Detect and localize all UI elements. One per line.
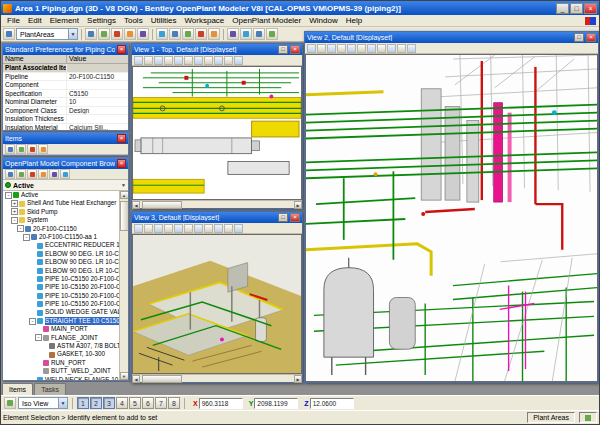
fence-icon[interactable] xyxy=(182,28,194,40)
window-area-icon[interactable] xyxy=(347,44,356,53)
task-navigation-icon[interactable] xyxy=(3,28,15,40)
tree-item-pipe-10-c5150-20-f100-c5t[interactable]: PIPE 10-C5150 20-F100-C5T xyxy=(3,283,128,291)
window-area-icon[interactable] xyxy=(174,56,183,65)
tree-item-system[interactable]: -System xyxy=(3,216,128,224)
details-view-icon[interactable] xyxy=(16,144,26,154)
collapse-icon[interactable]: - xyxy=(23,234,30,241)
view-previous-icon[interactable] xyxy=(387,44,396,53)
fit-view-icon[interactable] xyxy=(184,224,193,233)
preference-row-component-class[interactable]: Component ClassDesign xyxy=(3,107,128,116)
view-previous-icon[interactable] xyxy=(214,56,223,65)
forward-icon[interactable] xyxy=(16,169,26,179)
column-header-name[interactable]: Name xyxy=(3,55,67,63)
zoom-out-icon[interactable] xyxy=(164,56,173,65)
tree-item-20-f100-c1150-aa-1[interactable]: -20-F100-C1150-aa 1 xyxy=(3,233,128,241)
tree-item-weld-neck-flange-10[interactable]: WELD NECK FLANGE 10 xyxy=(3,376,128,380)
tree-item-active[interactable]: -Active xyxy=(3,191,128,199)
maximize-icon[interactable]: □ xyxy=(278,45,288,54)
items-panel-titlebar[interactable]: Items × xyxy=(3,133,128,144)
scroll-down-icon[interactable]: ▼ xyxy=(120,372,129,380)
rotate-view-icon[interactable] xyxy=(194,224,203,233)
menu-item-edit[interactable]: Edit xyxy=(24,15,46,27)
menu-item-file[interactable]: File xyxy=(3,15,24,27)
pan-view-icon[interactable] xyxy=(377,44,386,53)
close-icon[interactable]: × xyxy=(290,213,300,222)
collapse-icon[interactable]: - xyxy=(29,318,36,325)
saved-views-icon[interactable] xyxy=(240,28,252,40)
element-selection-icon[interactable] xyxy=(169,28,181,40)
view-group-icon[interactable] xyxy=(4,397,16,409)
level-display-icon[interactable] xyxy=(124,28,136,40)
fit-view-icon[interactable] xyxy=(357,44,366,53)
tree-item-elbow-90-deg-lr-10-c5t[interactable]: ELBOW 90 DEG. LR 10-C5T xyxy=(3,267,128,275)
x-coordinate-field[interactable]: 960.3118 xyxy=(199,398,243,409)
scroll-right-icon[interactable]: ▶ xyxy=(294,375,302,383)
maximize-button[interactable]: □ xyxy=(570,3,583,14)
back-icon[interactable] xyxy=(5,169,15,179)
pan-view-icon[interactable] xyxy=(204,224,213,233)
tree-item-solid-wedge-gate-valve-10[interactable]: SOLID WEDGE GATE VALVE 10 xyxy=(3,308,128,316)
scroll-right-icon[interactable]: ▶ xyxy=(294,201,302,209)
tree-scrollbar[interactable]: ▲ ▼ xyxy=(119,191,128,380)
preference-row-insulation-thickness[interactable]: Insulation Thickness xyxy=(3,115,128,124)
tree-item-astm-a307-7-8-bolt[interactable]: ASTM A307, 7/8 BOLT xyxy=(3,342,128,350)
tree-item-pipe-10-c5150-20-f100-c5t[interactable]: PIPE 10-C5150 20-F100-C5T xyxy=(3,275,128,283)
scroll-left-icon[interactable]: ◀ xyxy=(132,375,140,383)
zoom-out-icon[interactable] xyxy=(337,44,346,53)
collapse-icon[interactable]: - xyxy=(17,225,24,232)
clip-volume-icon[interactable] xyxy=(234,224,243,233)
tree-item-straight-tee-10-c5150-20[interactable]: -STRAIGHT TEE 10 C5150 20 xyxy=(3,317,128,325)
view-toggle-7[interactable]: 7 xyxy=(155,397,167,409)
view-1-canvas[interactable] xyxy=(132,66,302,200)
tree-item-pipe-10-c5150-20-f100-c5t[interactable]: PIPE 10-C5150 20-F100-C5T xyxy=(3,300,128,308)
update-view-icon[interactable] xyxy=(144,224,153,233)
expand-icon[interactable]: + xyxy=(11,200,18,207)
view-3-titlebar[interactable]: View 3, Default [Displayset] □ × xyxy=(132,212,302,223)
rotate-view-icon[interactable] xyxy=(367,44,376,53)
preference-row-insulation-material[interactable]: Insulation MaterialCalcium Sili... xyxy=(3,124,128,131)
scroll-thumb[interactable] xyxy=(120,201,129,231)
preference-row-specification[interactable]: SpecificationC5150 xyxy=(3,90,128,99)
title-bar[interactable]: Area 1 Piping.dgn (3D - V8 DGN) - Bentle… xyxy=(1,1,599,15)
z-coordinate-field[interactable]: 12.0600 xyxy=(310,398,354,409)
zoom-in-icon[interactable] xyxy=(154,56,163,65)
fit-view-icon[interactable] xyxy=(184,56,193,65)
tree-item-pipe-10-c5150-20-f100-c5t[interactable]: PIPE 10-C5150 20-F100-C5T xyxy=(3,292,128,300)
view-toggle-4[interactable]: 4 xyxy=(116,397,128,409)
preferences-dialog-titlebar[interactable]: Standard Preferences for Piping Componen… xyxy=(3,44,128,55)
menu-item-tools[interactable]: Tools xyxy=(120,15,147,27)
key-in-icon[interactable] xyxy=(227,28,239,40)
close-icon[interactable]: × xyxy=(586,33,596,42)
view-attributes-icon[interactable] xyxy=(134,224,143,233)
view-1-titlebar[interactable]: View 1 - Top, Default [Displayset] □ × xyxy=(132,44,302,55)
view-2-titlebar[interactable]: View 2, Default [Displayset] □ × xyxy=(305,32,598,43)
scroll-left-icon[interactable]: ◀ xyxy=(132,201,140,209)
view-next-icon[interactable] xyxy=(224,224,233,233)
pin-icon[interactable] xyxy=(60,169,70,179)
close-button[interactable]: × xyxy=(584,3,597,14)
menu-item-utilities[interactable]: Utilities xyxy=(147,15,181,27)
update-view-icon[interactable] xyxy=(317,44,326,53)
list-view-icon[interactable] xyxy=(5,144,15,154)
rotate-view-icon[interactable] xyxy=(194,56,203,65)
view-toggle-6[interactable]: 6 xyxy=(142,397,154,409)
view-2-canvas[interactable] xyxy=(305,54,598,382)
view-attributes-icon[interactable] xyxy=(134,56,143,65)
tree-item-eccentric-reducer-10x8-c5150[interactable]: ECCENTRIC REDUCER 10x8 C5150 xyxy=(3,241,128,249)
active-row[interactable]: Active ▼ xyxy=(3,180,128,191)
preference-row-pipeline[interactable]: Pipeline20-F100-C1150 xyxy=(3,73,128,82)
menu-item-workspace[interactable]: Workspace xyxy=(180,15,228,27)
scroll-up-icon[interactable]: ▲ xyxy=(120,191,129,199)
view-toggle-5[interactable]: 5 xyxy=(129,397,141,409)
close-icon[interactable]: × xyxy=(117,159,126,168)
preference-row-plant-associated-items[interactable]: Plant Associated Items xyxy=(3,64,128,73)
tree-item-shell-and-tube-heat-exchanger[interactable]: +Shell And Tube Heat Exchanger xyxy=(3,199,128,207)
menu-item-window[interactable]: Window xyxy=(305,15,341,27)
update-view-icon[interactable] xyxy=(144,56,153,65)
scroll-thumb[interactable] xyxy=(142,201,182,209)
tree-item-skid-pump[interactable]: +Skid Pump xyxy=(3,208,128,216)
refresh-icon[interactable] xyxy=(38,169,48,179)
view-previous-icon[interactable] xyxy=(214,224,223,233)
references-icon[interactable] xyxy=(111,28,123,40)
view-group-dropdown[interactable]: Iso View ▼ xyxy=(18,397,68,409)
